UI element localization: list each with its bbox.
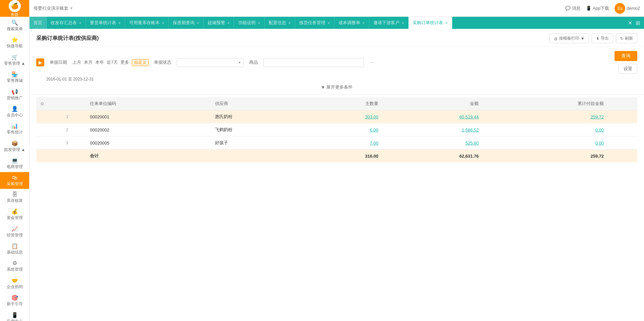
sidebar: 🍊 标题 🔍 搜索菜单 ⭐ 快捷导航 🛒 零售管理 ▲ 🏪 零售商城 📢 营销推… (0, 0, 30, 321)
status-select[interactable] (177, 58, 244, 67)
status-label: 单据状态 (154, 59, 171, 65)
tab-close-overstock-alert[interactable]: ✕ (227, 21, 230, 25)
nav-label-retail-mall: 零售商城 (7, 78, 23, 83)
tab-warranty-query[interactable]: 保质期查询✕ (169, 17, 204, 29)
print-btn[interactable]: 🖨 按模板打印 ▼ (549, 34, 589, 43)
sidebar-item-search[interactable]: 🔍 搜索菜单 (0, 17, 29, 34)
tab-close-cost-adjust[interactable]: ✕ (362, 21, 365, 25)
settings-btn[interactable]: 设置 (619, 64, 637, 74)
logo-text: 标题 (11, 12, 18, 17)
more-fields-icon[interactable]: ··· (369, 59, 374, 65)
app-download-btn[interactable]: 📱 App下载 (586, 5, 609, 11)
nav-icon-new-guide: 🎯 (11, 295, 18, 301)
tab-requisition-summary[interactable]: 要货单统计表✕ (86, 17, 125, 29)
tab-receive-summary[interactable]: 收发存汇总表✕ (47, 17, 86, 29)
nav-icon-marketing: 📢 (11, 89, 18, 95)
cell-paid: 0.00 (483, 137, 608, 150)
nav-label-member: 会员中心 (7, 113, 23, 117)
column-settings-icon[interactable]: ⚙ (40, 101, 44, 106)
tab-cost-adjust[interactable]: 成本调整单✕ (334, 17, 369, 29)
sidebar-item-basic-info[interactable]: 📋 基础信息 (0, 240, 29, 257)
cell-code: 00020005 (86, 137, 211, 150)
sidebar-item-system[interactable]: ⚙ 系统管理 (0, 257, 29, 274)
sidebar-item-retail[interactable]: 🛒 零售管理 ▲ (0, 51, 29, 68)
shortcut-last-month[interactable]: 上月 (72, 59, 81, 65)
table-row[interactable]: 2 00020002 飞鹤奶粉 6.00 1,586.52 0.00 (36, 123, 637, 137)
user-name: demo2 (627, 6, 640, 11)
sidebar-item-inventory[interactable]: 🗄 库存核算 (0, 189, 29, 206)
sidebar-item-marketing[interactable]: 📢 营销推广 (0, 86, 29, 103)
message-icon: 💬 (565, 6, 571, 11)
table-row[interactable]: 1 00020001 惠氏奶粉 303.00 60,519.44 259.72 (36, 110, 637, 123)
custom-tag[interactable]: 自定义 (132, 59, 149, 66)
page-content: 采购订单统计表(按供应商) 🖨 按模板打印 ▼ ⬇ 导出 ↻ 刷新 (30, 29, 644, 321)
sidebar-item-member[interactable]: 👤 会员中心 (0, 103, 29, 120)
tab-close-requisition-summary[interactable]: ✕ (118, 21, 121, 25)
page-inner: 采购订单统计表(按供应商) 🖨 按模板打印 ▼ ⬇ 导出 ↻ 刷新 (30, 29, 644, 321)
nav-label-inventory: 库存核算 (7, 198, 23, 203)
tab-list: 首页收发存汇总表✕要货单统计表✕可用量库存账本✕保质期查询✕超储预警✕功能说明✕… (30, 17, 452, 29)
tab-close-available-inventory[interactable]: ✕ (162, 21, 164, 25)
tab-label-invite-downstream: 邀请下游客户 (373, 20, 399, 26)
tab-close-invite-downstream[interactable]: ✕ (401, 21, 404, 25)
sidebar-item-retail-mall[interactable]: 🏪 零售商城 (0, 68, 29, 86)
tab-picking-task[interactable]: 拣货任务管理✕ (295, 17, 334, 29)
print-label: 按模板打印 (559, 36, 579, 41)
expand-btn[interactable]: ▼ 展开更多条件 (321, 84, 353, 90)
tab-label-feature-desc: 功能说明 (238, 20, 256, 26)
cell-settings (36, 137, 48, 150)
sidebar-item-purchase[interactable]: 🛍 采购管理 (0, 172, 29, 189)
tab-available-inventory[interactable]: 可用量库存账本✕ (125, 17, 169, 29)
sidebar-item-enterprise[interactable]: 🤝 企业协同 (0, 275, 29, 292)
nav-label-quick-nav: 快捷导航 (7, 44, 23, 48)
table-footer: 合计 316.00 62,631.76 259.72 (36, 150, 637, 163)
shortcut-this-year[interactable]: 本年 (95, 59, 104, 65)
tab-close-feature-desc[interactable]: ✕ (258, 21, 260, 25)
expand-label: 展开更多条件 (326, 84, 353, 90)
tab-feature-desc[interactable]: 功能说明✕ (234, 17, 265, 29)
message-btn[interactable]: 💬 消息 (565, 5, 581, 11)
footer-qty: 316.00 (304, 150, 382, 163)
user-avatar-area[interactable]: Ea demo2 (614, 3, 640, 14)
maximize-btn[interactable]: ⊞ (634, 18, 641, 28)
tab-config-info[interactable]: 配置信息✕ (265, 17, 295, 29)
data-table: ⚙ 往来单位编码 供应商 主数量 金额 累计付款金额 (36, 97, 637, 162)
nav-icon-quick-nav: ⭐ (11, 37, 18, 43)
tab-label-purchase-summary: 采购订单统计表 (413, 20, 443, 26)
sidebar-item-new-guide[interactable]: 🎯 新手引导 (0, 292, 29, 309)
nav-label-purchase: 采购管理 (7, 181, 23, 186)
th-code: 往来单位编码 (86, 97, 211, 110)
sidebar-item-quick-nav[interactable]: ⭐ 快捷导航 (0, 34, 29, 51)
sidebar-item-finance[interactable]: 💰 资金管理 (0, 206, 29, 223)
export-btn[interactable]: ⬇ 导出 (592, 34, 613, 43)
table-row[interactable]: 3 00020005 好孩子 7.00 525.80 0.00 (36, 137, 637, 150)
shortcut-7days[interactable]: 近7天 (107, 59, 118, 65)
tab-purchase-summary[interactable]: 采购订单统计表✕ (409, 17, 452, 29)
sidebar-item-ecommerce[interactable]: 💻 电商管理 (0, 155, 29, 172)
nav-label-finance: 资金管理 (7, 215, 23, 220)
shortcut-this-month[interactable]: 本月 (84, 59, 93, 65)
tab-invite-downstream[interactable]: 邀请下游客户✕ (369, 17, 409, 29)
tab-close-receive-summary[interactable]: ✕ (79, 21, 82, 25)
tab-close-config-info[interactable]: ✕ (288, 21, 291, 25)
query-btn[interactable]: 查询 (614, 51, 637, 61)
tab-overstock-alert[interactable]: 超储预警✕ (204, 17, 234, 29)
cell-paid: 0.00 (483, 123, 608, 137)
close-tab-btn[interactable]: ✕ (627, 18, 634, 28)
tab-close-purchase-summary[interactable]: ✕ (445, 21, 448, 25)
tab-close-warranty-query[interactable]: ✕ (197, 21, 199, 25)
sidebar-item-operations[interactable]: 📈 经营管理 (0, 223, 29, 240)
sidebar-item-wholesale[interactable]: 📦 批发管理 ▲ (0, 138, 29, 155)
sidebar-item-retail-stats[interactable]: 📊 零售统计 (0, 120, 29, 137)
cell-supplier: 飞鹤奶粉 (211, 123, 304, 137)
goods-input[interactable] (263, 58, 364, 67)
filter-toggle-btn[interactable]: ▶ (36, 58, 44, 66)
nav-icon-basic-info: 📋 (11, 243, 18, 249)
tab-close-picking-task[interactable]: ✕ (327, 21, 330, 25)
sidebar-item-app-center[interactable]: 📱 应用中心 (0, 309, 29, 321)
tab-home[interactable]: 首页 (30, 17, 47, 29)
nav-label-basic-info: 基础信息 (7, 250, 23, 255)
account-dropdown[interactable]: 母婴行业演示账套 ▼ (34, 5, 73, 11)
shortcut-more[interactable]: 更多 (120, 59, 129, 65)
refresh-btn[interactable]: ↻ 刷新 (616, 34, 637, 43)
